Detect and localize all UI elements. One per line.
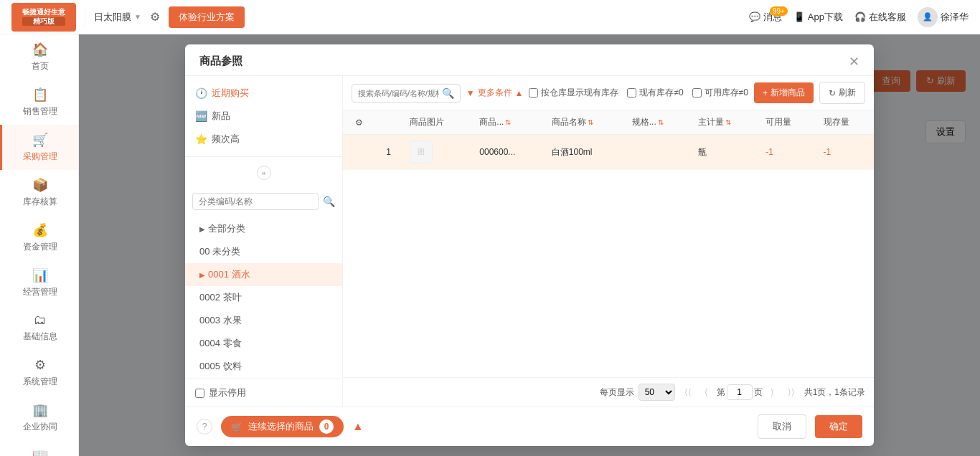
sidebar-item-operations[interactable]: 📊经营管理: [0, 260, 78, 305]
settings-icon[interactable]: ⚙: [150, 10, 160, 24]
recent-icon: 🕐: [195, 87, 207, 99]
sidebar-item-inventory[interactable]: 📦库存核算: [0, 170, 78, 215]
tab-new[interactable]: 🆕 新品: [185, 105, 342, 128]
product-search-box[interactable]: 🔍: [352, 84, 461, 103]
service-btn[interactable]: 🎧 在线客服: [854, 11, 906, 24]
modal-close-button[interactable]: ✕: [849, 55, 859, 68]
category-item-0002[interactable]: 0002 茶叶: [185, 286, 342, 309]
user-name: 徐泽华: [941, 11, 969, 24]
message-icon: 💬: [749, 11, 760, 22]
footer-collapse-icon[interactable]: ▲: [352, 420, 364, 433]
category-search-input[interactable]: [192, 193, 319, 210]
show-disabled-checkbox[interactable]: [195, 389, 204, 398]
all-category-label: 全部分类: [208, 222, 245, 235]
sidebar-item-enterprise[interactable]: 🏢企业协同: [0, 395, 78, 440]
sidebar-label-operations: 经营管理: [23, 286, 57, 298]
th-spec[interactable]: 规格... ⇅: [625, 110, 691, 135]
cat-0001-arrow: ▶: [199, 271, 205, 279]
first-page-btn[interactable]: ⟨⟨: [679, 384, 697, 401]
product-search-icon[interactable]: 🔍: [442, 87, 454, 99]
guide-icon: 📖: [32, 447, 48, 456]
sidebar-label-sales: 销售管理: [23, 105, 57, 118]
more-filters-btn[interactable]: ▼ 更多条件 ▲: [466, 87, 524, 99]
user-menu[interactable]: 👤 徐泽华: [918, 7, 969, 27]
cat-0004-label: 0004 零食: [199, 337, 242, 350]
th-name[interactable]: 商品名称 ⇅: [545, 110, 625, 135]
category-item-0005[interactable]: 0005 饮料: [185, 355, 342, 378]
sidebar-item-sales[interactable]: 📋销售管理: [0, 80, 78, 125]
service-label: 在线客服: [869, 11, 906, 24]
last-page-btn[interactable]: ⟩⟩: [783, 384, 800, 401]
system-icon: ⚙: [34, 357, 46, 373]
product-search-input[interactable]: [358, 89, 439, 98]
add-product-button[interactable]: + 新增商品: [754, 82, 814, 103]
category-item-0004[interactable]: 0004 零食: [185, 332, 342, 355]
cat-00-label: 00 未分类: [199, 245, 240, 258]
category-search-icon[interactable]: 🔍: [323, 196, 335, 207]
th-settings[interactable]: ⚙: [343, 110, 374, 135]
collapse-left-btn[interactable]: «: [257, 166, 271, 180]
sidebar-item-system[interactable]: ⚙系统管理: [0, 350, 78, 395]
tab-new-label: 新品: [212, 110, 230, 123]
checkbox-available-input[interactable]: [692, 88, 702, 98]
cat-0002-label: 0002 茶叶: [199, 291, 242, 304]
checkbox-available-nonzero[interactable]: 可用库存≠0: [692, 87, 748, 99]
next-page-btn[interactable]: ⟩: [764, 384, 781, 401]
product-table: ⚙ 商品图片 商品... ⇅: [343, 110, 874, 170]
category-item-0001[interactable]: ▶ 0001 酒水: [185, 263, 342, 286]
trial-button[interactable]: 体验行业方案: [169, 6, 245, 28]
sidebar-item-purchase[interactable]: 🛒采购管理: [0, 125, 78, 170]
category-item-00[interactable]: 00 未分类: [185, 240, 342, 263]
modal-header: 商品参照 ✕: [185, 44, 874, 76]
tab-frequent[interactable]: ⭐ 频次高: [185, 128, 342, 151]
frequent-icon: ⭐: [195, 133, 207, 145]
category-list: ▶ 全部分类 00 未分类 ▶ 0001 酒水 0002 茶: [185, 214, 342, 379]
filter-label: 更多条件: [478, 87, 512, 99]
confirm-button[interactable]: 确定: [815, 415, 862, 438]
th-num: [374, 110, 402, 135]
row-available: -1: [758, 135, 816, 170]
row-code: 000600...: [472, 135, 545, 170]
sidebar-item-home[interactable]: 🏠首页: [0, 34, 78, 80]
cat-0003-label: 0003 水果: [199, 314, 242, 327]
th-code[interactable]: 商品... ⇅: [472, 110, 545, 135]
cat-0001-label: 0001 酒水: [208, 268, 250, 281]
purchase-icon: 🛒: [32, 132, 48, 148]
app-download-btn[interactable]: 📱 App下载: [793, 11, 843, 24]
sidebar-item-basic[interactable]: 🗂基础信息: [0, 305, 78, 350]
checkbox-stock-input[interactable]: [627, 88, 636, 98]
page-size-dropdown[interactable]: 50 100 200: [639, 384, 675, 401]
inventory-icon: 📦: [32, 177, 48, 193]
category-item-0003[interactable]: 0003 水果: [185, 309, 342, 332]
refresh-button[interactable]: ↻ 刷新: [819, 82, 865, 104]
row-spec: [625, 135, 691, 170]
tab-recent[interactable]: 🕐 近期购买: [185, 82, 342, 105]
topbar-actions: ⚙ 体验行业方案: [150, 6, 245, 28]
continuous-select-btn[interactable]: 🛒 连续选择的商品 0: [221, 416, 344, 437]
page-label-post: 页: [754, 386, 763, 399]
messages-btn[interactable]: 💬 消息 99+: [749, 11, 782, 24]
sidebar-item-finance[interactable]: 💰资金管理: [0, 215, 78, 260]
checkbox-stock-nonzero[interactable]: 现有库存≠0: [627, 87, 683, 99]
sidebar-label-enterprise: 企业协同: [23, 421, 57, 433]
cancel-button[interactable]: 取消: [758, 414, 806, 439]
show-disabled-label: 显示停用: [209, 386, 246, 399]
sidebar-item-guide[interactable]: 📖新手引导: [0, 440, 78, 456]
table-row[interactable]: 1 图 000600... 白酒100ml: [343, 135, 874, 170]
sidebar-label-inventory: 库存核算: [23, 196, 57, 208]
checkbox-warehouse[interactable]: 按仓库显示现有库存: [529, 87, 618, 99]
th-available: 可用量: [758, 110, 816, 135]
page-size-select[interactable]: 50 100 200: [639, 384, 675, 401]
checkbox-warehouse-input[interactable]: [529, 88, 538, 98]
current-page-input[interactable]: [727, 384, 753, 400]
modal-body: 🕐 近期购买 🆕 新品 ⭐ 频次高: [185, 76, 874, 407]
display-stop-row: 显示停用: [185, 379, 342, 407]
row-num: 1: [374, 135, 402, 170]
tab-recent-label: 近期购买: [212, 87, 249, 100]
app-logo: 畅捷通好生意 精巧版: [11, 3, 76, 32]
store-selector[interactable]: 日太阳膜 ▼: [94, 11, 141, 24]
th-unit[interactable]: 主计量 ⇅: [691, 110, 759, 135]
category-item-all[interactable]: ▶ 全部分类: [185, 217, 342, 240]
prev-page-btn[interactable]: ⟨: [698, 384, 715, 401]
help-button[interactable]: ?: [197, 419, 212, 434]
